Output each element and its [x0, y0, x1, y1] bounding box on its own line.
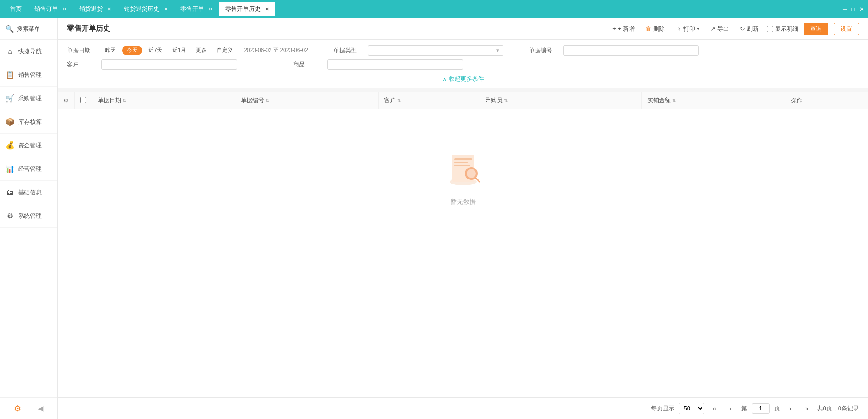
- page-input[interactable]: [752, 403, 770, 414]
- sidebar-item-system-mgmt[interactable]: ⚙ 系统管理: [0, 204, 57, 228]
- delete-icon: 🗑: [645, 25, 651, 32]
- last1m-btn[interactable]: 近1月: [169, 46, 190, 55]
- sidebar-search-label: 搜索菜单: [17, 25, 40, 33]
- content-area: 零售开单历史 + + 新增 🗑 删除 🖨 打印 ▾ ↗ 导出 ↻ 刷新 显示明细…: [58, 18, 868, 419]
- sort-customer-icon[interactable]: ⇅: [397, 98, 401, 103]
- tab-retail-open-history-close[interactable]: ✕: [265, 6, 269, 12]
- system-icon: ⚙: [5, 212, 14, 220]
- first-page-btn[interactable]: «: [709, 403, 721, 414]
- sidebar-item-finance[interactable]: 💰 资金管理: [0, 134, 57, 157]
- tab-sales-order-close[interactable]: ✕: [62, 6, 66, 12]
- sidebar-item-label: 库存核算: [18, 118, 42, 126]
- bill-no-label: 单据编号: [529, 47, 556, 55]
- table-header-row: ⚙ 单据日期 ⇅: [58, 92, 868, 109]
- sort-salesperson-icon[interactable]: ⇅: [504, 98, 508, 103]
- total-info: 共0页，0条记录: [817, 405, 859, 413]
- sort-date-icon[interactable]: ⇅: [123, 98, 126, 103]
- refresh-icon: ↻: [740, 25, 745, 32]
- tab-sales-return-close[interactable]: ✕: [107, 6, 111, 12]
- add-icon: +: [612, 25, 616, 32]
- customer-select[interactable]: ...: [101, 59, 237, 70]
- sort-bill-no-icon[interactable]: ⇅: [266, 98, 269, 103]
- finance-icon: 💰: [5, 141, 14, 150]
- last-page-btn[interactable]: »: [801, 403, 813, 414]
- refresh-button[interactable]: ↻ 刷新: [737, 23, 761, 35]
- display-detail-input[interactable]: [767, 26, 773, 32]
- th-salesperson: 导购员 ⇅: [479, 92, 601, 109]
- filter-row-2: 客户 ... 商品 ...: [67, 59, 859, 70]
- tab-home[interactable]: 首页: [4, 2, 28, 16]
- sidebar-item-operation[interactable]: 📊 经营管理: [0, 157, 57, 181]
- export-button[interactable]: ↗ 导出: [708, 23, 732, 35]
- goods-select[interactable]: ...: [327, 59, 463, 70]
- custom-btn[interactable]: 自定义: [213, 46, 237, 55]
- svg-rect-3: [454, 162, 468, 163]
- settings-button[interactable]: 设置: [834, 23, 859, 35]
- th-action: 操作: [785, 92, 868, 109]
- sidebar-item-label: 基础信息: [18, 188, 42, 197]
- sidebar-collapse-icon[interactable]: ◀: [38, 404, 43, 413]
- sidebar-item-basic-info[interactable]: 🗂 基础信息: [0, 181, 57, 204]
- window-min-btn[interactable]: ─: [843, 6, 847, 13]
- window-controls: ─ □ ✕: [843, 6, 864, 13]
- customer-label: 客户: [67, 61, 94, 69]
- bill-no-input[interactable]: [563, 45, 699, 56]
- sidebar-item-inventory[interactable]: 📦 库存核算: [0, 110, 57, 134]
- th-date: 单据日期 ⇅: [92, 92, 235, 109]
- sidebar-item-purchase-mgmt[interactable]: 🛒 采购管理: [0, 87, 57, 110]
- window-max-btn[interactable]: □: [851, 6, 855, 13]
- next-page-btn[interactable]: ›: [785, 403, 797, 414]
- select-all-checkbox[interactable]: [80, 97, 86, 103]
- date-range-display: 2023-06-02 至 2023-06-02: [244, 47, 308, 54]
- prev-page-btn[interactable]: ‹: [725, 403, 737, 414]
- empty-illustration: [441, 146, 486, 191]
- tab-retail-open[interactable]: 零售开单 ✕: [174, 2, 219, 16]
- main-layout: 🔍 搜索菜单 ⌂ 快捷导航 📋 销售管理 🛒 采购管理 📦 库存核算 💰 资金管…: [0, 18, 868, 419]
- th-gear[interactable]: ⚙: [58, 92, 75, 109]
- last7-btn[interactable]: 近7天: [145, 46, 166, 55]
- collapse-btn[interactable]: ∧ 收起更多条件: [67, 73, 859, 85]
- sidebar-item-label: 快捷导航: [18, 47, 42, 56]
- delete-button[interactable]: 🗑 删除: [643, 23, 668, 35]
- query-button[interactable]: 查询: [804, 23, 828, 35]
- operation-icon: 📊: [5, 165, 14, 173]
- tab-sales-return-history-close[interactable]: ✕: [164, 6, 168, 12]
- today-btn[interactable]: 今天: [122, 46, 142, 55]
- print-icon: 🖨: [676, 25, 682, 32]
- sort-amount-icon[interactable]: ⇅: [672, 98, 676, 103]
- sales-icon: 📋: [5, 71, 14, 79]
- basic-info-icon: 🗂: [5, 188, 14, 197]
- sidebar: 🔍 搜索菜单 ⌂ 快捷导航 📋 销售管理 🛒 采购管理 📦 库存核算 💰 资金管…: [0, 18, 58, 419]
- table-area: ⚙ 单据日期 ⇅: [58, 92, 868, 397]
- empty-state: 暂无数据: [58, 109, 868, 242]
- sidebar-settings-icon[interactable]: ⚙: [14, 404, 21, 414]
- sidebar-item-sales-mgmt[interactable]: 📋 销售管理: [0, 63, 57, 87]
- svg-rect-4: [454, 165, 470, 166]
- customer-dots[interactable]: ...: [228, 61, 233, 68]
- table-wrapper: ⚙ 单据日期 ⇅: [58, 92, 868, 242]
- sidebar-item-quick-nav[interactable]: ⌂ 快捷导航: [0, 40, 57, 63]
- chevron-down-icon: ▾: [496, 47, 499, 54]
- tab-sales-return-history[interactable]: 销货退货历史 ✕: [118, 2, 174, 16]
- tab-sales-return[interactable]: 销货退货 ✕: [73, 2, 118, 16]
- tab-sales-order[interactable]: 销售订单 ✕: [28, 2, 73, 16]
- add-button[interactable]: + + 新增: [610, 23, 637, 35]
- empty-text: 暂无数据: [451, 198, 476, 206]
- yesterday-btn[interactable]: 昨天: [101, 46, 119, 55]
- tab-retail-open-history[interactable]: 零售开单历史 ✕: [219, 2, 275, 16]
- per-page-select[interactable]: 50 10 20 100: [679, 403, 704, 414]
- per-page-label: 每页显示: [651, 405, 674, 413]
- window-close-btn[interactable]: ✕: [859, 6, 864, 13]
- print-dropdown-icon: ▾: [697, 26, 700, 32]
- goods-dots[interactable]: ...: [454, 61, 459, 68]
- print-button[interactable]: 🖨 打印 ▾: [673, 23, 702, 35]
- export-icon: ↗: [711, 25, 716, 32]
- bill-type-select[interactable]: ▾: [368, 45, 503, 56]
- more-btn[interactable]: 更多: [192, 46, 210, 55]
- tab-retail-open-close[interactable]: ✕: [209, 6, 213, 12]
- sidebar-item-label: 资金管理: [18, 141, 42, 150]
- sidebar-search[interactable]: 🔍 搜索菜单: [0, 18, 57, 40]
- display-detail-checkbox[interactable]: 显示明细: [767, 25, 798, 33]
- toolbar: + + 新增 🗑 删除 🖨 打印 ▾ ↗ 导出 ↻ 刷新 显示明细 查询 设置: [610, 23, 859, 35]
- th-check[interactable]: [75, 92, 92, 109]
